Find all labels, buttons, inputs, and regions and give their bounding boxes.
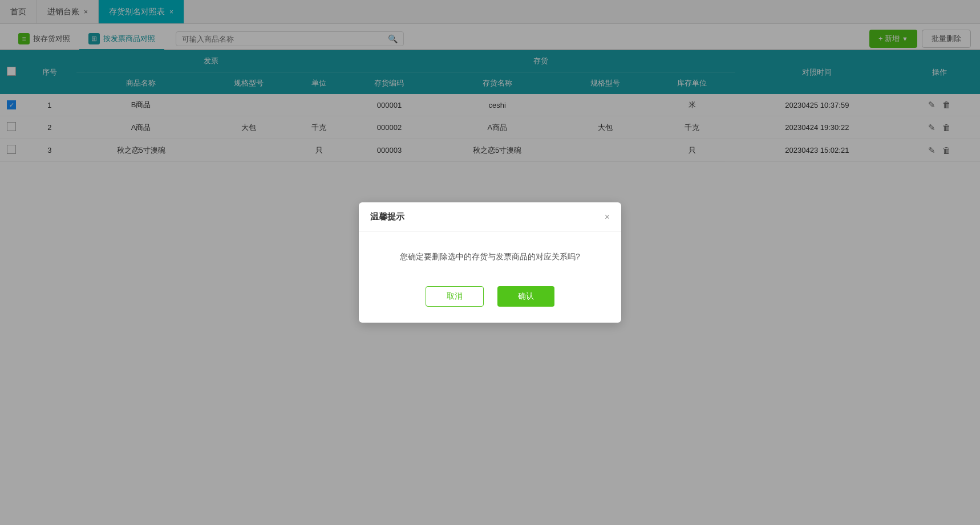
cancel-label: 取消: [447, 291, 463, 300]
modal-footer: 取消 确认: [359, 277, 621, 323]
modal-box: 温馨提示 × 您确定要删除选中的存货与发票商品的对应关系吗? 取消 确认: [359, 202, 621, 322]
modal-body: 您确定要删除选中的存货与发票商品的对应关系吗?: [359, 232, 621, 276]
modal-title: 温馨提示: [370, 211, 404, 222]
cancel-button[interactable]: 取消: [426, 286, 484, 307]
modal-close-button[interactable]: ×: [605, 212, 610, 222]
confirm-label: 确认: [518, 291, 534, 300]
modal-header: 温馨提示 ×: [359, 202, 621, 232]
modal-overlay: 温馨提示 × 您确定要删除选中的存货与发票商品的对应关系吗? 取消 确认: [0, 0, 980, 525]
confirm-button[interactable]: 确认: [497, 286, 554, 307]
modal-message: 您确定要删除选中的存货与发票商品的对应关系吗?: [400, 252, 580, 261]
